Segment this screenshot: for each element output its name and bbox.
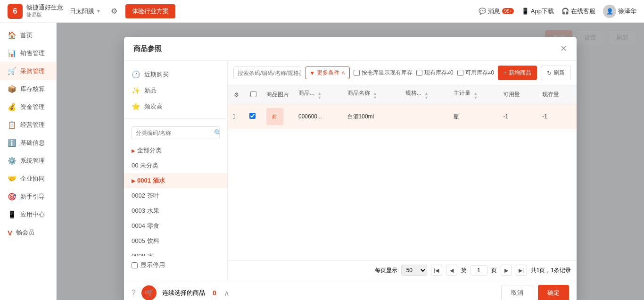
sidebar-item-system[interactable]: ⚙️ 系统管理 [0, 152, 56, 170]
trial-button[interactable]: 体验行业方案 [125, 4, 175, 18]
category-snack-label: 0004 零食 [132, 222, 159, 230]
arrow-liquor-icon: ▶ [132, 178, 135, 183]
category-water-label: 0008 水 [132, 252, 153, 256]
row-image: 商 [262, 104, 294, 129]
warehouse-display-checkbox[interactable] [354, 70, 360, 76]
member-icon: V [8, 229, 12, 237]
category-drink[interactable]: 0005 饮料 [124, 233, 227, 249]
sidebar-purchase-label: 采购管理 [20, 67, 45, 75]
sidebar-item-inventory[interactable]: 📦 库存核算 [0, 80, 56, 98]
sidebar-item-business[interactable]: 📋 经营管理 [0, 116, 56, 134]
sidebar-system-label: 系统管理 [20, 157, 45, 165]
warehouse-display-checkbox-label[interactable]: 按仓库显示现有库存 [354, 69, 413, 77]
add-product-button[interactable]: + 新增商品 [498, 66, 537, 80]
user-menu[interactable]: 👤 徐泽华 [603, 5, 636, 18]
sort-code-icon: ▲▼ [317, 92, 322, 100]
help-icon[interactable]: ? [132, 289, 136, 297]
modal-close-button[interactable]: ✕ [560, 43, 567, 54]
category-fruit[interactable]: 0003 水果 [124, 203, 227, 218]
top-nav: 6 畅捷通好生意 捷易版 日太阳膜 ▼ ⚙ 体验行业方案 💬 消息 99+ 📱 … [0, 0, 644, 23]
sidebar-home-label: 首页 [20, 31, 33, 40]
page-size-select[interactable]: 50 100 200 [401, 265, 427, 276]
sidebar-item-home[interactable]: 🏠 首页 [0, 26, 56, 44]
sidebar-item-app-center[interactable]: 📱 应用中心 [0, 206, 56, 224]
category-snack[interactable]: 0004 零食 [124, 218, 227, 233]
messages-button[interactable]: 💬 消息 99+ [479, 7, 513, 16]
svg-text:商: 商 [272, 114, 277, 119]
sidebar-item-sales[interactable]: 📊 销售管理 [0, 44, 56, 62]
sidebar-item-enterprise[interactable]: 🤝 企业协同 [0, 170, 56, 188]
show-disabled-checkbox[interactable] [132, 262, 138, 268]
col-available[interactable]: 可用量 [498, 85, 537, 104]
content-area: 查询 设置 刷新 商品参照 ✕ 🕐 近期购买 [57, 23, 644, 300]
col-spec[interactable]: 规格... ▲▼ [401, 85, 449, 104]
sidebar-basic-info-label: 基础信息 [20, 139, 45, 147]
quick-filter-new[interactable]: ✨ 新品 [124, 83, 227, 99]
collapse-footer-icon[interactable]: ∧ [224, 289, 230, 298]
last-page-button[interactable]: ▶| [516, 265, 527, 276]
category-uncategorized[interactable]: 00 未分类 [124, 158, 227, 173]
info-icon: ℹ️ [8, 139, 17, 147]
category-tea[interactable]: 0002 茶叶 [124, 188, 227, 203]
sidebar-item-finance[interactable]: 💰 资金管理 [0, 98, 56, 116]
available-not-zero-checkbox[interactable] [457, 70, 463, 76]
col-settings[interactable]: ⚙ [228, 85, 245, 104]
row-checkbox[interactable] [245, 104, 262, 129]
business-icon: 📋 [8, 121, 17, 129]
app-download-button[interactable]: 📱 App下载 [521, 7, 554, 16]
cart-button[interactable]: 🛒 [141, 285, 157, 300]
store-selector[interactable]: 日太阳膜 ▼ [64, 7, 107, 16]
col-stock[interactable]: 现存量 [537, 85, 577, 104]
stock-not-zero-checkbox-label[interactable]: 现有库存≠0 [416, 69, 453, 77]
refresh-button[interactable]: ↻ 刷新 [541, 66, 571, 80]
col-name[interactable]: 商品名称 ▲▼ [343, 85, 401, 104]
row-code: 000600... [294, 104, 343, 129]
sidebar-item-basic-info[interactable]: ℹ️ 基础信息 [0, 134, 56, 152]
col-code[interactable]: 商品... ▲▼ [294, 85, 343, 104]
show-disabled-label[interactable]: 显示停用 [140, 261, 165, 269]
category-liquor[interactable]: ▶ 0001 酒水 [124, 173, 227, 188]
category-all[interactable]: ▶ 全部分类 [124, 143, 227, 158]
table-row[interactable]: 1 商 [228, 104, 577, 129]
cancel-button[interactable]: 取消 [501, 285, 533, 300]
category-tree: ▶ 全部分类 00 未分类 ▶ 0001 酒水 0002 茶 [124, 143, 227, 256]
col-checkbox[interactable] [245, 85, 262, 104]
page-number-input[interactable] [471, 265, 487, 275]
product-search-input[interactable] [234, 67, 301, 79]
logo-subtitle: 捷易版 [26, 11, 63, 18]
message-icon: 💬 [479, 8, 486, 15]
category-water[interactable]: 0008 水 [124, 249, 227, 256]
stock-not-zero-checkbox[interactable] [416, 70, 422, 76]
table-header-row: ⚙ 商品图片 商品... [228, 85, 577, 104]
available-not-zero-checkbox-label[interactable]: 可用库存≠0 [457, 69, 494, 77]
recent-label: 近期购买 [144, 70, 169, 79]
stock-not-zero-label: 现有库存≠0 [424, 69, 453, 77]
col-unit[interactable]: 主计量 ▲▼ [449, 85, 498, 104]
select-all-checkbox[interactable] [250, 91, 256, 97]
guide-icon: 🎯 [8, 192, 17, 201]
sidebar-item-member[interactable]: V 畅会员 [0, 224, 56, 242]
customer-service-button[interactable]: 🎧 在线客服 [561, 7, 595, 16]
category-search-input[interactable] [132, 127, 210, 139]
sidebar: 🏠 首页 📊 销售管理 🛒 采购管理 📦 库存核算 💰 资金管理 📋 经营管理 … [0, 23, 57, 300]
sidebar-item-purchase[interactable]: 🛒 采购管理 [0, 62, 56, 80]
category-search-box: 🔍 [132, 126, 220, 139]
modal-overlay: 商品参照 ✕ 🕐 近期购买 ✨ 新品 [57, 23, 644, 300]
modal-title: 商品参照 [133, 44, 162, 53]
modal-footer: ? 🛒 连续选择的商品 0 ∧ 取消 确定 [124, 280, 577, 300]
footer-actions: 取消 确定 [501, 285, 569, 300]
prev-page-button[interactable]: ◀ [446, 265, 457, 276]
confirm-button[interactable]: 确定 [538, 285, 569, 300]
category-search-button[interactable]: 🔍 [210, 127, 220, 139]
avatar: 👤 [603, 5, 616, 18]
enterprise-icon: 🤝 [8, 175, 17, 183]
quick-filter-recent[interactable]: 🕐 近期购买 [124, 67, 227, 83]
category-uncategorized-label: 00 未分类 [132, 161, 158, 170]
first-page-button[interactable]: |◀ [431, 265, 442, 276]
next-page-button[interactable]: ▶ [501, 265, 512, 276]
more-filter-button[interactable]: ▼ 更多条件 ∧ [305, 67, 350, 79]
sidebar-item-guide[interactable]: 🎯 新手引导 [0, 188, 56, 206]
settings-icon[interactable]: ⚙ [107, 4, 122, 19]
row-select-checkbox[interactable] [249, 113, 256, 119]
quick-filter-frequent[interactable]: ⭐ 频次高 [124, 99, 227, 115]
